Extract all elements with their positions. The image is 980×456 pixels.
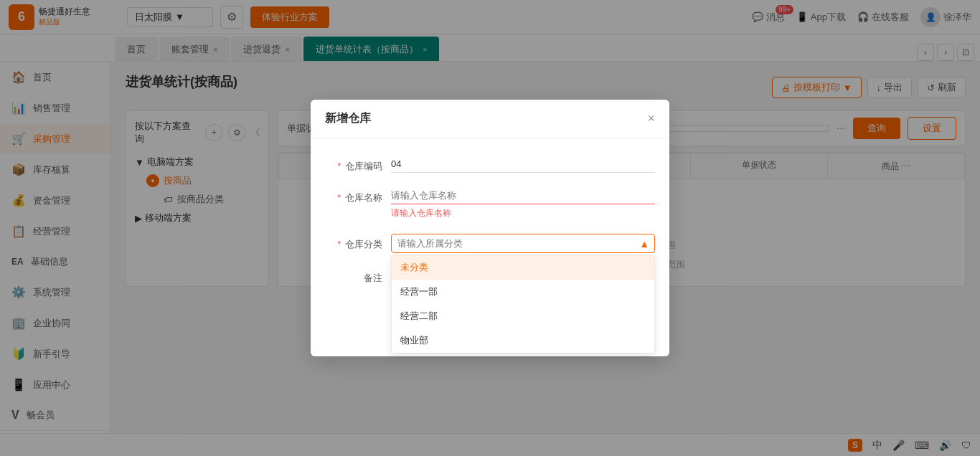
modal-body: * 仓库编码 * 仓库名称 请输入仓库名称 (311, 138, 669, 316)
dropdown-item-dept3[interactable]: 物业部 (392, 328, 654, 353)
form-row-code: * 仓库编码 (325, 156, 655, 173)
modal-title: 新增仓库 (325, 111, 371, 126)
category-select-input[interactable] (391, 234, 655, 253)
category-input-wrap: ▲ 未分类 经营一部 经营二部 物业部 (391, 234, 655, 253)
modal-new-warehouse: 新增仓库 × * 仓库编码 * 仓库名称 (311, 100, 669, 356)
dropdown-item-uncategorized[interactable]: 未分类 (392, 255, 654, 280)
modal-close-button[interactable]: × (647, 111, 655, 126)
dropdown-item-dept2[interactable]: 经营二部 (392, 304, 654, 328)
dropdown-item-dept1[interactable]: 经营一部 (392, 280, 654, 304)
category-dropdown: 未分类 经营一部 经营二部 物业部 (391, 255, 655, 353)
name-field-label: * 仓库名称 (325, 187, 382, 204)
name-input-wrap: 请输入仓库名称 (391, 187, 655, 219)
code-input-wrap (391, 156, 655, 173)
warehouse-name-input[interactable] (391, 187, 655, 204)
modal-overlay: 新增仓库 × * 仓库编码 * 仓库名称 (0, 0, 980, 456)
warehouse-code-input[interactable] (391, 156, 655, 173)
modal-header: 新增仓库 × (311, 100, 669, 138)
notes-field-label: 备注 (325, 267, 382, 285)
category-select-wrap: ▲ 未分类 经营一部 经营二部 物业部 (391, 234, 655, 253)
form-row-name: * 仓库名称 请输入仓库名称 (325, 187, 655, 219)
category-field-label: * 仓库分类 (325, 234, 382, 251)
name-error-msg: 请输入仓库名称 (391, 207, 655, 219)
form-row-category: * 仓库分类 ▲ 未分类 经营一部 经营二部 物业部 (325, 234, 655, 253)
code-field-label: * 仓库编码 (325, 156, 382, 173)
chevron-up-icon[interactable]: ▲ (639, 238, 649, 250)
